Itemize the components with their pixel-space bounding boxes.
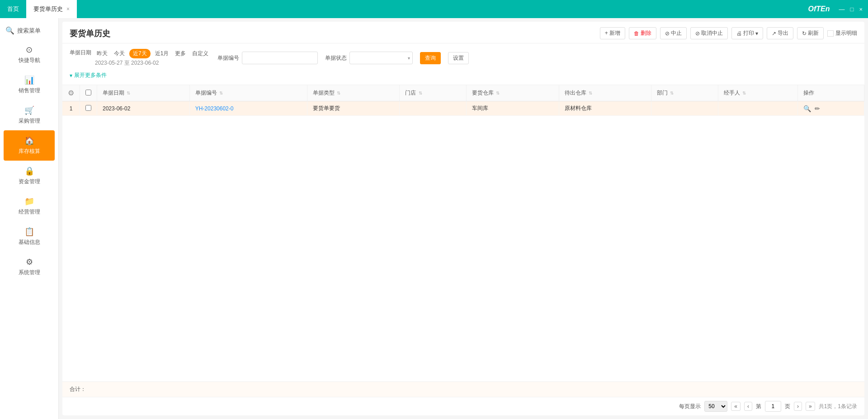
- display-checkbox[interactable]: [827, 30, 834, 37]
- sidebar-item-finance[interactable]: 🔒 资金管理: [0, 161, 58, 191]
- col-handler-label: 经手人: [724, 90, 740, 96]
- tab-bar: 首页 要货单历史 ×: [0, 0, 77, 18]
- main-layout: 🔍 搜索菜单 ⊙ 快捷导航 📊 销售管理 🛒 采购管理 🏠 库存核算 🔒 资金管…: [0, 18, 868, 419]
- col-settings: ⚙: [62, 85, 80, 101]
- tab-close-icon[interactable]: ×: [66, 6, 70, 12]
- sidebar-item-operation[interactable]: 📁 经营管理: [0, 191, 58, 221]
- col-dept-sort[interactable]: ⇅: [670, 90, 674, 95]
- settings-button[interactable]: 设置: [448, 52, 469, 64]
- date-filter-group: 单据日期 昨天 今天 近7天 近1月 更多 自定义 2023-05-27 至 2…: [70, 49, 210, 67]
- tab-purchase-history[interactable]: 要货单历史 ×: [26, 0, 77, 18]
- data-table: ⚙ 单据日期 ⇅ 单据编号 ⇅: [62, 85, 864, 116]
- filter-bar: 单据日期 昨天 今天 近7天 近1月 更多 自定义 2023-05-27 至 2…: [62, 43, 864, 85]
- select-all-checkbox[interactable]: [85, 90, 91, 95]
- order-no-filter: 单据编号: [217, 52, 318, 64]
- col-from-wh-sort[interactable]: ⇅: [496, 90, 500, 95]
- col-date-sort[interactable]: ⇅: [127, 90, 130, 95]
- status-select[interactable]: [349, 52, 413, 64]
- order-no-input[interactable]: [242, 52, 318, 64]
- next-page-btn[interactable]: ›: [794, 402, 802, 411]
- finance-icon: 🔒: [24, 166, 34, 176]
- purchase-icon: 🛒: [24, 105, 34, 115]
- export-button[interactable]: ↗ 导出: [767, 27, 793, 39]
- sidebar-item-sales[interactable]: 📊 销售管理: [0, 70, 58, 100]
- date-range-display: 2023-05-27 至 2023-06-02: [95, 59, 210, 67]
- date-options: 昨天 今天 近7天 近1月 更多 自定义 2023-05-27 至 2023-0…: [95, 49, 210, 67]
- col-from-wh-header: 要货仓库 ⇅: [466, 85, 559, 101]
- expand-more-btn[interactable]: ▾ 展开更多条件: [70, 70, 857, 81]
- row-index: 1: [62, 101, 80, 116]
- display-detail-toggle[interactable]: 显示明细: [827, 29, 857, 37]
- col-type-label: 单据类型: [313, 90, 335, 96]
- col-to-wh-sort[interactable]: ⇅: [589, 90, 592, 95]
- stop-icon: ⊘: [665, 30, 670, 37]
- date-opts-row: 昨天 今天 近7天 近1月 更多 自定义: [95, 49, 210, 58]
- date-filter-label: 单据日期: [70, 49, 91, 57]
- col-handler-header: 经手人 ⇅: [718, 85, 797, 101]
- row-type: 要货单要货: [307, 101, 400, 116]
- page-size-label: 每页显示: [679, 403, 701, 410]
- summary-label: 合计：: [70, 386, 86, 393]
- new-button[interactable]: + 新增: [600, 27, 625, 39]
- search-icon: 🔍: [5, 26, 14, 35]
- sidebar-item-sales-label: 销售管理: [19, 87, 40, 95]
- page-input[interactable]: [765, 401, 781, 412]
- cancel-stop-label: 取消中止: [701, 29, 723, 37]
- col-store-sort[interactable]: ⇅: [419, 90, 422, 95]
- minimize-button[interactable]: —: [839, 6, 845, 13]
- row-date: 2023-06-02: [97, 101, 190, 116]
- status-select-wrapper: [349, 52, 413, 64]
- sidebar-search[interactable]: 🔍 搜索菜单: [0, 22, 58, 39]
- row-edit-btn[interactable]: ✏: [815, 105, 820, 112]
- sidebar: 🔍 搜索菜单 ⊙ 快捷导航 📊 销售管理 🛒 采购管理 🏠 库存核算 🔒 资金管…: [0, 18, 59, 419]
- col-type-sort[interactable]: ⇅: [337, 90, 340, 95]
- prev-page-btn[interactable]: ‹: [744, 402, 752, 411]
- row-no-link[interactable]: YH-20230602-0: [195, 105, 234, 112]
- expand-label: 展开更多条件: [74, 71, 107, 79]
- row-to-wh: 原材料仓库: [559, 101, 651, 116]
- refresh-button[interactable]: ↻ 刷新: [797, 27, 824, 39]
- col-handler-sort[interactable]: ⇅: [742, 90, 746, 95]
- row-actions-cell: 🔍 ✏: [798, 101, 864, 116]
- date-opt-custom[interactable]: 自定义: [190, 49, 210, 58]
- tab-label: 要货单历史: [33, 5, 63, 13]
- total-info: 共1页，1条记录: [819, 403, 857, 410]
- sidebar-item-basic[interactable]: 📋 基础信息: [0, 221, 58, 252]
- cancel-stop-button[interactable]: ⊘ 取消中止: [690, 27, 728, 39]
- tab-home[interactable]: 首页: [0, 0, 26, 18]
- inventory-icon: 🏠: [24, 136, 34, 146]
- date-opt-more[interactable]: 更多: [173, 49, 188, 58]
- sidebar-item-shortcut[interactable]: ⊙ 快捷导航: [0, 39, 58, 70]
- col-from-wh-label: 要货仓库: [472, 90, 494, 96]
- print-button[interactable]: 🖨 打印 ▾: [731, 27, 763, 39]
- delete-button[interactable]: 🗑 删除: [629, 27, 656, 39]
- operation-icon: 📁: [24, 196, 34, 206]
- maximize-button[interactable]: □: [850, 6, 854, 13]
- first-page-btn[interactable]: «: [731, 402, 741, 411]
- sidebar-item-purchase[interactable]: 🛒 采购管理: [0, 100, 58, 130]
- row-dept: [651, 101, 718, 116]
- last-page-btn[interactable]: »: [806, 402, 815, 411]
- stop-button[interactable]: ⊘ 中止: [660, 27, 687, 39]
- row-view-btn[interactable]: 🔍: [803, 105, 811, 112]
- delete-icon: 🗑: [634, 30, 639, 37]
- col-date-label: 单据日期: [103, 90, 124, 96]
- col-no-header: 单据编号 ⇅: [189, 85, 307, 101]
- query-button[interactable]: 查询: [420, 52, 441, 64]
- brand-logo: OfTEn: [808, 5, 830, 13]
- table-row: 1 2023-06-02 YH-20230602-0 要货单要货 车间库: [62, 101, 864, 116]
- date-opt-1month[interactable]: 近1月: [153, 49, 171, 58]
- col-no-sort[interactable]: ⇅: [219, 90, 223, 95]
- row-checkbox[interactable]: [85, 105, 91, 111]
- date-opt-7days[interactable]: 近7天: [129, 49, 151, 58]
- sidebar-item-inventory[interactable]: 🏠 库存核算: [4, 130, 55, 161]
- col-settings-icon[interactable]: ⚙: [68, 89, 74, 97]
- col-actions-header: 操作: [798, 85, 864, 101]
- date-opt-yesterday[interactable]: 昨天: [95, 49, 109, 58]
- page-size-select[interactable]: 50 20 100: [704, 401, 727, 412]
- date-opt-today[interactable]: 今天: [112, 49, 127, 58]
- content-area: 要货单历史 + 新增 🗑 删除 ⊘ 中止 ⊘ 取消中止: [59, 18, 868, 419]
- sidebar-item-system[interactable]: ⚙ 系统管理: [0, 252, 58, 282]
- page-header: 要货单历史 + 新增 🗑 删除 ⊘ 中止 ⊘ 取消中止: [62, 22, 864, 43]
- close-button[interactable]: ×: [859, 6, 863, 13]
